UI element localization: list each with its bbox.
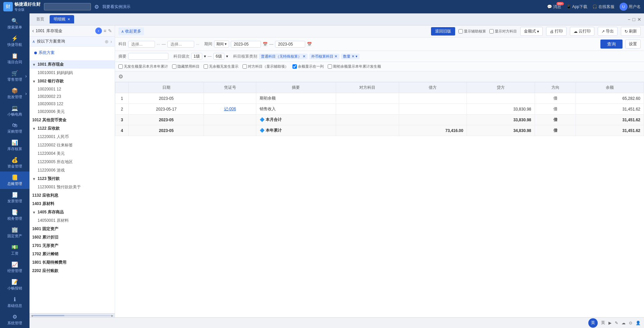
system-scheme-button[interactable]: 系统方案 <box>32 49 112 57</box>
tag-quantity-close[interactable]: ✕ <box>352 54 355 59</box>
demo-link[interactable]: 我要看实例演示 <box>102 4 130 10</box>
sidebar-item-ledger[interactable]: 📒 总账管理 <box>0 172 30 189</box>
table-settings-icon[interactable]: ⚙ <box>118 73 123 80</box>
tag-foreign-close[interactable]: ✕ <box>334 54 337 59</box>
tree-item-10020001[interactable]: 10020001 12 <box>30 85 115 93</box>
arrow-right-icon[interactable]: › <box>110 39 112 44</box>
edit-icon[interactable]: ✎ <box>108 28 112 34</box>
settings-circle-icon[interactable]: ⊕ <box>105 39 109 44</box>
tree-item-1601[interactable]: 1601 固定资产 <box>30 225 115 233</box>
user-avatar[interactable]: U 用户名 <box>620 3 641 11</box>
sidebar-item-tax[interactable]: 📑 税务管理 <box>0 206 30 224</box>
tree-item-11220004[interactable]: 11220004 美元 <box>30 149 115 158</box>
subject-filter-input-end[interactable] <box>167 41 194 48</box>
tab-detail[interactable]: 明细账 ✕ <box>50 15 74 23</box>
sidebar-item-search[interactable]: 🔍 搜索菜单 <box>0 15 30 32</box>
tree-item-1701[interactable]: 1701 无形资产 <box>30 242 115 250</box>
export-button[interactable]: ↗ 导出 <box>598 27 618 36</box>
tree-item-11220002[interactable]: 11220002 往来标签 <box>30 141 115 149</box>
scroll-right-icon[interactable]: ▸ <box>111 313 113 318</box>
sidebar-item-salary[interactable]: 💵 工资 <box>0 241 30 259</box>
sidebar-item-wholesale[interactable]: 📦 批发管理 <box>0 85 30 102</box>
tree-item-1702[interactable]: 1702 累计摊销 <box>30 250 115 258</box>
tree-item-10020002[interactable]: 10020002 23 <box>30 93 115 100</box>
nav-next-button[interactable]: › <box>95 27 102 34</box>
tree-item-1602[interactable]: 1602 累计折旧 <box>30 233 115 242</box>
checkbox-no-balance[interactable]: 无余额无发生显示 <box>204 64 238 69</box>
tree-item-1132[interactable]: 1132 应收利息 <box>30 191 115 200</box>
checkbox-hide-disabled[interactable]: 隐藏禁用科目 <box>172 64 200 69</box>
tree-item-1012[interactable]: 1012 其他货币资金 <box>30 116 115 124</box>
checkbox-no-occurrence[interactable]: 无发生额显示本月本年累计 <box>118 64 168 69</box>
tree-item-11230001[interactable]: 11230001 预付款款美于 <box>30 183 115 191</box>
status-icon-person[interactable]: 👤 <box>636 321 641 325</box>
tree-item-1403[interactable]: 1403 原材料 <box>30 200 115 208</box>
sidebar-item-assets[interactable]: 🏢 固定资产 <box>0 224 30 241</box>
tree-item-14050001[interactable]: 14050001 原材料 <box>30 216 115 225</box>
sidebar-item-capital[interactable]: 💰 资金管理 <box>0 154 30 172</box>
show-aux-accounting-checkbox[interactable]: 显示辅助核算 <box>459 29 486 34</box>
tab-maximize-button[interactable]: □ <box>633 17 635 22</box>
print-button[interactable]: 🖨 打印 <box>546 27 567 36</box>
checkbox-show-ytd[interactable]: 期初余额显示本年累计发生额 <box>328 64 381 69</box>
global-search-input[interactable] <box>44 3 91 10</box>
status-icon-2[interactable]: ▶ <box>608 321 611 325</box>
tree-item-2202[interactable]: 2202 应付账款 <box>30 267 115 275</box>
settings-filter-button[interactable]: 设置 <box>625 40 641 49</box>
chevron-left-icon[interactable]: ‹ <box>32 28 34 34</box>
sidebar-item-system[interactable]: ⚙ 系统管理 <box>0 311 30 328</box>
show-opposite-subject-checkbox[interactable]: 显示对方科目 <box>489 29 517 34</box>
switch-lang-button[interactable]: 英 <box>588 318 598 328</box>
period-end-input[interactable] <box>275 41 305 48</box>
sidebar-item-basic-info[interactable]: ℹ 基础信息 <box>0 293 30 311</box>
status-icon-cloud2[interactable]: ⊙ <box>629 321 632 325</box>
tab-home[interactable]: 首页 <box>32 15 48 23</box>
amount-style-button[interactable]: 金额式 ▾ <box>520 27 543 36</box>
sidebar-item-operations[interactable]: 📈 经营管理 <box>0 259 30 276</box>
level-from-select[interactable]: 1级2级3级 <box>191 53 202 60</box>
tag-normal-close[interactable]: ✕ <box>303 54 306 59</box>
cloud-print-button[interactable]: ☁ 云打印 <box>570 27 594 36</box>
tab-close-button[interactable]: ✕ <box>637 17 641 22</box>
subject-filter-input[interactable] <box>128 41 155 48</box>
tree-item-1122[interactable]: ▼ 1122 应收款 <box>30 124 115 133</box>
tree-item-1002[interactable]: ▼ 1002 银行存款 <box>30 77 115 85</box>
tree-item-10020006[interactable]: 10020006 美元 <box>30 108 115 116</box>
sidebar-item-quick-nav[interactable]: ⚡ 快捷导航 <box>0 32 30 50</box>
sidebar-item-retail[interactable]: 🛒 零售管理 <box>0 67 30 85</box>
voucher-link[interactable]: 记-006 <box>224 107 236 111</box>
sidebar-item-purchase[interactable]: 🛍 采购管理 <box>0 120 30 137</box>
tree-item-10010001[interactable]: 10010001 妈妈妈妈 <box>30 69 115 77</box>
tree-item-11220005[interactable]: 11220005 所在地区 <box>30 158 115 166</box>
app-download-button[interactable]: 📱 App下载 <box>566 4 587 10</box>
message-button[interactable]: 💬 消息 99+ <box>547 4 561 10</box>
status-icon-edit[interactable]: ✎ <box>615 321 618 325</box>
status-icon-cloud[interactable]: ☁ <box>622 321 626 325</box>
tree-item-11220006[interactable]: 11220006 游戏 <box>30 166 115 175</box>
tree-item-11220001[interactable]: 11220001 人民币 <box>30 133 115 141</box>
refresh-button[interactable]: ↻ 刷新 <box>621 27 641 36</box>
summary-input[interactable] <box>128 53 168 60</box>
sidebar-item-invoice[interactable]: 🧾 发票管理 <box>0 189 30 206</box>
tree-item-1801[interactable]: 1801 长期待摊费用 <box>30 258 115 267</box>
tab-close-icon[interactable]: ✕ <box>67 17 70 21</box>
tree-item-10020003[interactable]: 10020003 122 <box>30 100 115 108</box>
calendar-end-icon[interactable]: 📅 <box>307 42 312 47</box>
tab-minimize-button[interactable]: − <box>628 17 630 22</box>
online-service-button[interactable]: 🎧 在线客服 <box>592 4 614 10</box>
sidebar-item-inventory[interactable]: 📊 库存核算 <box>0 137 30 154</box>
query-button[interactable]: 查询 <box>600 40 623 49</box>
checkbox-balance-single-col[interactable]: 余额显示在一列 <box>292 64 324 69</box>
status-icon-1[interactable]: 英 <box>601 320 605 326</box>
calendar-start-icon[interactable]: 📅 <box>263 42 268 47</box>
tree-item-1001[interactable]: ▼ 1001 库存现金 <box>30 60 115 69</box>
tree-item-1123[interactable]: ▼ 1123 预付款 <box>30 175 115 183</box>
expand-more-button[interactable]: ∧ 收起更多 <box>118 27 144 35</box>
chevron-up-icon[interactable]: ∧ <box>32 39 35 44</box>
level-to-select[interactable]: 6级1级2级 <box>213 53 224 60</box>
list-icon[interactable]: ≡ <box>104 28 106 34</box>
sidebar-item-sales-report[interactable]: 📝 小畅报销 <box>0 276 30 293</box>
tree-item-1405[interactable]: ▼ 1405 库存商品 <box>30 208 115 216</box>
settings-icon[interactable]: ⚙ <box>94 4 99 10</box>
sidebar-item-project[interactable]: 📋 项目合同 <box>0 50 30 67</box>
